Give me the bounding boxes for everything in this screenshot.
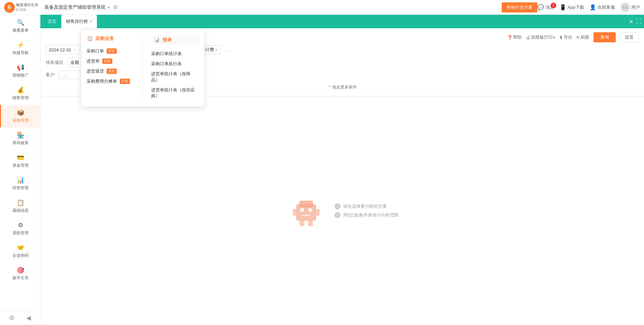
sidebar-item-sales[interactable]: 💰 销售管理 bbox=[0, 82, 40, 105]
menu-item-inbound[interactable]: 进货单 历史 bbox=[86, 56, 135, 66]
sidebar-item-purchase[interactable]: 📦 采购管理 bbox=[0, 105, 40, 127]
menu-divider bbox=[143, 35, 143, 101]
menu-item-expense[interactable]: 采购费用分摊单 历史 bbox=[86, 76, 135, 86]
quick-nav-icon: ⚡ bbox=[17, 41, 24, 49]
up-chevron-icon: ⌃ bbox=[328, 85, 331, 90]
content-area: 首页 销售排行榜 × ✕ ⛶ ❓ 帮助 🖨 按模板打印 bbox=[40, 15, 644, 325]
cooperation-icon: 🤝 bbox=[17, 244, 24, 251]
tab-home[interactable]: 首页 bbox=[43, 15, 61, 28]
logo-area: 6 畅捷通好生意 标准版 bbox=[4, 2, 44, 13]
message-icon: 💬 bbox=[537, 4, 544, 10]
purchase-order-badge: 历史 bbox=[107, 48, 117, 54]
sidebar-item-basic-info[interactable]: 📋 基础信息 bbox=[0, 195, 40, 217]
sidebar-item-quick-nav[interactable]: ⚡ 快捷导航 bbox=[0, 37, 40, 60]
phone-icon: 📱 bbox=[560, 4, 566, 10]
notification-badge: 5 bbox=[551, 3, 556, 8]
menu-report-icon: 📊 bbox=[154, 37, 160, 43]
purchase-icon: 📦 bbox=[17, 109, 24, 116]
menu-item-purchase-order[interactable]: 采购订单 历史 bbox=[86, 46, 135, 56]
tab-bar-actions: ✕ ⛶ bbox=[629, 18, 641, 25]
date-range-filter[interactable]: 2024-12-31 ～ bbox=[46, 45, 80, 54]
tab-fullscreen-icon[interactable]: ⛶ bbox=[636, 18, 641, 25]
expense-badge: 历史 bbox=[120, 79, 130, 84]
print-btn[interactable]: 🖨 按模板打印 ▾ bbox=[526, 34, 555, 40]
customer-dots[interactable]: ... bbox=[63, 72, 67, 77]
date-separator: ～ bbox=[73, 47, 77, 53]
print-icon: 🖨 bbox=[526, 35, 530, 40]
menu-item-order-stats[interactable]: 采购订单统计表 bbox=[151, 49, 199, 59]
sidebar-item-cooperation[interactable]: 🤝 企业协同 bbox=[0, 240, 40, 262]
menu-business-title: 📋 采购业务 bbox=[86, 35, 135, 42]
menu-report-title: 📊 报表 bbox=[151, 35, 199, 45]
refresh-icon: ↻ bbox=[576, 35, 580, 40]
settings-btn[interactable]: 设置 bbox=[620, 32, 639, 42]
sidebar-item-finance[interactable]: 💳 资金管理 bbox=[0, 150, 40, 172]
step-2-num: 2 bbox=[334, 212, 341, 218]
menu-column-report: 📊 报表 采购订单统计表 采购订单执行表 进货单统计表（按商品） 进货单统计表（… bbox=[151, 35, 199, 101]
app-download-btn[interactable]: 📱 App下载 bbox=[560, 4, 584, 10]
menu-item-inbound-stats-supplier[interactable]: 进货单统计表（按供应商） bbox=[151, 85, 199, 101]
menu-item-inbound-stats-product[interactable]: 进货单统计表（按商品） bbox=[151, 69, 199, 85]
menu-column-business: 📋 采购业务 采购订单 历史 进货单 历史 进货退货 历史 采购费用分摊单 bbox=[86, 35, 135, 101]
step-1-num: 1 bbox=[334, 203, 341, 209]
menu-item-order-exec[interactable]: 采购订单执行表 bbox=[151, 59, 199, 69]
operations-icon: 📊 bbox=[17, 176, 24, 184]
user-area[interactable]: Ea 用户 bbox=[620, 3, 640, 12]
empty-illustration bbox=[286, 194, 326, 228]
logo-icon: 6 bbox=[4, 2, 15, 13]
svg-point-3 bbox=[308, 208, 312, 212]
export-btn[interactable]: ⬆ 导出 bbox=[559, 34, 572, 40]
industry-btn[interactable]: 体验行业方案 bbox=[502, 2, 537, 12]
basic-info-icon: 📋 bbox=[17, 199, 24, 206]
product-tag-close-icon[interactable]: × bbox=[215, 47, 218, 52]
inventory-icon: 🏪 bbox=[17, 131, 24, 139]
export-icon: ⬆ bbox=[559, 35, 563, 40]
tab-bar: 首页 销售排行榜 × ✕ ⛶ bbox=[40, 15, 644, 28]
empty-step-1: 1 请先选择要分析的方案 bbox=[334, 203, 398, 209]
sidebar-item-inventory[interactable]: 🏪 库存核算 bbox=[0, 127, 40, 150]
date-start: 2024-12-31 bbox=[49, 47, 71, 52]
main-layout: 🔍 搜索菜单 ⚡ 快捷导航 📢 营销推广 💰 销售管理 📦 采购管理 🏪 库存核… bbox=[0, 15, 644, 325]
logo-text: 畅捷通好生意 bbox=[16, 2, 38, 7]
rank-label: 排名项目 bbox=[46, 59, 63, 66]
print-dropdown-icon: ▾ bbox=[553, 36, 555, 39]
sidebar-item-guide[interactable]: 🎯 新手引导 bbox=[0, 262, 40, 285]
inbound-badge: 历史 bbox=[102, 58, 112, 64]
guide-icon: 🎯 bbox=[17, 267, 24, 274]
header-right: 💬 消息 5 📱 App下载 👤 在线客服 Ea 用户 bbox=[537, 3, 640, 12]
svg-rect-7 bbox=[299, 221, 305, 226]
marketing-icon: 📢 bbox=[17, 64, 24, 71]
sidebar-collapse-btn[interactable]: ◀ bbox=[26, 314, 31, 322]
sidebar: 🔍 搜索菜单 ⚡ 快捷导航 📢 营销推广 💰 销售管理 📦 采购管理 🏪 库存核… bbox=[0, 15, 40, 325]
empty-step-2: 2 用[过滤]条件来缩小分析范围 bbox=[334, 212, 398, 218]
service-icon: 👤 bbox=[589, 4, 596, 10]
menu-item-return[interactable]: 进货退货 历史 bbox=[86, 66, 135, 76]
finance-icon: 💳 bbox=[17, 154, 24, 161]
empty-steps: 1 请先选择要分析的方案 2 用[过滤]条件来缩小分析范围 bbox=[334, 203, 398, 218]
return-badge: 历史 bbox=[107, 69, 117, 74]
help-btn[interactable]: ❓ 帮助 bbox=[507, 34, 522, 40]
sidebar-item-marketing[interactable]: 📢 营销推广 bbox=[0, 60, 40, 82]
online-service-btn[interactable]: 👤 在线客服 bbox=[589, 4, 615, 10]
product-dots[interactable]: ... bbox=[225, 47, 228, 52]
refresh-btn[interactable]: ↻ 刷新 bbox=[576, 34, 589, 40]
logo-sub: 标准版 bbox=[16, 7, 38, 12]
sidebar-item-system[interactable]: ⚙ 系统管理 bbox=[0, 217, 40, 240]
system-name-area: 装备及固定资产辅助管理系统 ▾ ⚙ bbox=[44, 4, 497, 10]
system-icon: ⚙ bbox=[18, 221, 23, 229]
svg-rect-8 bbox=[308, 221, 313, 226]
tab-sales-rank[interactable]: 销售排行榜 × bbox=[61, 15, 97, 28]
sidebar-item-search[interactable]: 🔍 搜索菜单 bbox=[0, 15, 40, 37]
system-chevron-icon[interactable]: ▾ bbox=[108, 5, 110, 10]
customer-label: 客户 bbox=[46, 72, 55, 78]
notification-btn[interactable]: 💬 消息 5 bbox=[537, 4, 554, 10]
query-btn[interactable]: 查询 bbox=[594, 32, 616, 42]
sidebar-bottom: ⚙ ◀ bbox=[0, 311, 40, 325]
sidebar-settings-btn[interactable]: ⚙ bbox=[9, 314, 14, 322]
purchase-dropdown-menu: 📋 采购业务 采购订单 历史 进货单 历史 进货退货 历史 采购费用分摊单 bbox=[81, 30, 205, 107]
svg-rect-1 bbox=[299, 201, 313, 207]
settings-gear-icon[interactable]: ⚙ bbox=[113, 4, 118, 10]
tab-close-window-icon[interactable]: ✕ bbox=[629, 18, 633, 25]
tab-close-icon[interactable]: × bbox=[90, 19, 92, 24]
sidebar-item-operations[interactable]: 📊 经营管理 bbox=[0, 172, 40, 195]
